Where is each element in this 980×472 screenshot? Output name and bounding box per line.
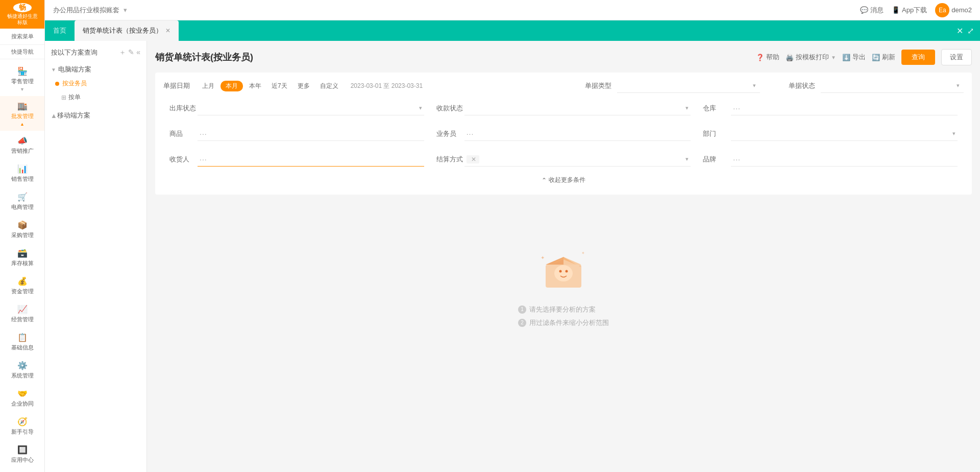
- svg-text:✦: ✦: [541, 255, 545, 261]
- purchase-icon: 📦: [17, 220, 28, 230]
- date-tab-this-month[interactable]: 本月: [220, 81, 243, 91]
- app-download-button[interactable]: 📱 App下载: [892, 6, 927, 15]
- tab-sales-stat[interactable]: 销货单统计表（按业务员） ✕: [75, 20, 179, 41]
- payment-status-input[interactable]: ▾: [464, 101, 691, 115]
- window-expand-icon[interactable]: ⤢: [967, 26, 974, 36]
- tab-sales-stat-label: 销货单统计表（按业务员）: [83, 26, 162, 35]
- settlement-clear-icon[interactable]: ✕: [471, 156, 476, 163]
- help-button[interactable]: ❓ 帮助: [756, 53, 779, 62]
- sidebar-item-newbie-label: 新手引导: [11, 428, 34, 436]
- breadcrumb-arrow[interactable]: ▾: [124, 6, 127, 14]
- sidebar-item-marketing[interactable]: 📣 营销推广: [0, 131, 44, 159]
- left-panel: 按以下方案查询 ＋ ✎ « ▼ 电脑端方案 按业务员 ⊞ 按单: [45, 41, 147, 472]
- consignee-value: ···: [200, 155, 207, 163]
- sidebar-item-ecommerce[interactable]: 🛒 电商管理: [0, 187, 44, 215]
- main-area: 办公用品行业模拟账套 ▾ 💬 消息 📱 App下载 Ea demo2 首页: [45, 0, 980, 472]
- department-chevron: ▾: [952, 130, 955, 137]
- date-tab-more[interactable]: 更多: [293, 81, 314, 91]
- salesperson-input[interactable]: ···: [464, 127, 691, 141]
- sidebar-item-newbie[interactable]: 🧭 新手引导: [0, 412, 44, 440]
- tab-bar: 首页 销货单统计表（按业务员） ✕ ✕ ⤢: [45, 20, 980, 41]
- sidebar-item-finance[interactable]: 💰 资金管理: [0, 271, 44, 299]
- system-icon: ⚙️: [17, 361, 28, 370]
- sidebar-item-wechat[interactable]: 💬 企业微信: [0, 468, 44, 472]
- tip-num-1: 1: [518, 305, 526, 314]
- collapse-panel-icon[interactable]: «: [136, 48, 140, 57]
- export-icon: ⬇️: [842, 54, 850, 61]
- download-icon: 📱: [892, 6, 900, 14]
- date-filter-row: 单据日期 上月 本月 本年 近7天 更多 自定义 2023-03-01 至 20…: [163, 79, 964, 93]
- finance-icon: 💰: [17, 276, 28, 286]
- print-arrow-icon: ▼: [831, 55, 836, 60]
- sidebar-quick-nav[interactable]: 快捷导航: [0, 45, 44, 59]
- out-status-input[interactable]: ▾: [198, 101, 424, 115]
- right-main: 销货单统计表(按业务员) ❓ 帮助 🖨️ 按模板打印 ▼ ⬇️ 导出: [147, 41, 980, 472]
- consignee-input[interactable]: ···: [198, 152, 424, 167]
- date-tab-last-month[interactable]: 上月: [198, 81, 218, 91]
- refresh-button[interactable]: 🔄 刷新: [872, 53, 895, 62]
- sidebar-item-appcenter[interactable]: 🔲 应用中心: [0, 440, 44, 468]
- brand-input[interactable]: ···: [731, 152, 958, 167]
- tab-close-icon[interactable]: ✕: [165, 27, 170, 34]
- export-button[interactable]: ⬇️ 导出: [842, 53, 866, 62]
- tab-home[interactable]: 首页: [45, 20, 75, 41]
- date-tab-custom[interactable]: 自定义: [316, 81, 342, 91]
- sidebar-item-operations-label: 经营管理: [11, 316, 34, 323]
- message-icon: 💬: [860, 6, 868, 14]
- empty-tips: 1 请先选择要分析的方案 2 用过滤条件来缩小分析范围: [518, 303, 609, 329]
- brand-label: 品牌: [703, 155, 731, 164]
- sales-icon: 📊: [17, 164, 28, 174]
- scheme-salesperson-label: 按业务员: [62, 79, 87, 88]
- date-tab-7days[interactable]: 近7天: [267, 81, 291, 91]
- department-label: 部门: [703, 129, 731, 138]
- sidebar-item-inventory-label: 库存核算: [11, 259, 34, 267]
- sidebar-item-system[interactable]: ⚙️ 系统管理: [0, 356, 44, 384]
- brand-value: ···: [733, 155, 741, 163]
- edit-scheme-icon[interactable]: ✎: [128, 48, 134, 57]
- sidebar-item-inventory[interactable]: 🗃️ 库存核算: [0, 243, 44, 271]
- warehouse-input[interactable]: ···: [731, 101, 958, 115]
- sidebar-item-wholesale[interactable]: 🏬 批发管理 ▲: [0, 96, 44, 131]
- print-button[interactable]: 🖨️ 按模板打印 ▼: [786, 53, 836, 62]
- panel-actions: ＋ ✎ «: [119, 48, 140, 57]
- mobile-section-title[interactable]: ▶ 移动端方案: [45, 108, 146, 123]
- sidebar-item-basics[interactable]: 📋 基础信息: [0, 327, 44, 356]
- add-scheme-icon[interactable]: ＋: [119, 48, 126, 57]
- sidebar-item-wholesale-label: 批发管理: [11, 112, 34, 120]
- sidebar-item-purchase-label: 采购管理: [11, 231, 34, 239]
- settlement-input[interactable]: ✕ ▾: [464, 152, 691, 167]
- desktop-section-title[interactable]: ▼ 电脑端方案: [45, 62, 146, 77]
- date-label: 单据日期: [163, 81, 194, 90]
- scheme-salesperson[interactable]: 按业务员: [45, 77, 146, 90]
- settings-button[interactable]: 设置: [941, 49, 972, 65]
- empty-state: ✦ ✦ ✦ 1 请先选择要分析的方案 2 用过滤条件来缩小分析范围: [155, 201, 972, 370]
- logo-icon: 畅: [13, 3, 32, 12]
- page-title-bar: 销货单统计表(按业务员) ❓ 帮助 🖨️ 按模板打印 ▼ ⬇️ 导出: [155, 49, 972, 65]
- collapse-filters-button[interactable]: ⌃ 收起更多条件: [163, 172, 964, 188]
- goods-input[interactable]: ···: [198, 127, 424, 141]
- doc-type-input[interactable]: ▾: [617, 79, 760, 93]
- department-cell: 部门 ▾: [697, 124, 964, 144]
- department-input[interactable]: ▾: [731, 127, 958, 141]
- window-close-icon[interactable]: ✕: [957, 26, 963, 36]
- basics-icon: 📋: [17, 333, 28, 342]
- message-button[interactable]: 💬 消息: [860, 6, 884, 15]
- scheme-order[interactable]: ⊞ 按单: [45, 90, 146, 104]
- collapse-up-icon: ⌃: [542, 177, 547, 184]
- sidebar-item-enterprise[interactable]: 🤝 企业协同: [0, 384, 44, 412]
- sidebar-item-sales[interactable]: 📊 销售管理: [0, 159, 44, 187]
- query-button[interactable]: 查询: [901, 50, 935, 65]
- sidebar-item-retail[interactable]: 🏪 零售管理 ▼: [0, 61, 44, 96]
- date-tab-this-year[interactable]: 本年: [245, 81, 265, 91]
- sidebar-search-menu[interactable]: 搜索菜单: [0, 29, 44, 45]
- sidebar-item-purchase[interactable]: 📦 采购管理: [0, 215, 44, 243]
- empty-tip-1: 1 请先选择要分析的方案: [518, 303, 609, 316]
- refresh-icon: 🔄: [872, 54, 880, 61]
- user-menu[interactable]: Ea demo2: [935, 3, 972, 17]
- brand-cell: 品牌 ···: [697, 149, 964, 170]
- sidebar-item-operations[interactable]: 📈 经营管理: [0, 299, 44, 327]
- out-status-label: 出库状态: [169, 104, 198, 113]
- page-title: 销货单统计表(按业务员): [155, 51, 253, 63]
- doc-status-input[interactable]: ▾: [821, 79, 964, 93]
- help-icon: ❓: [756, 54, 764, 61]
